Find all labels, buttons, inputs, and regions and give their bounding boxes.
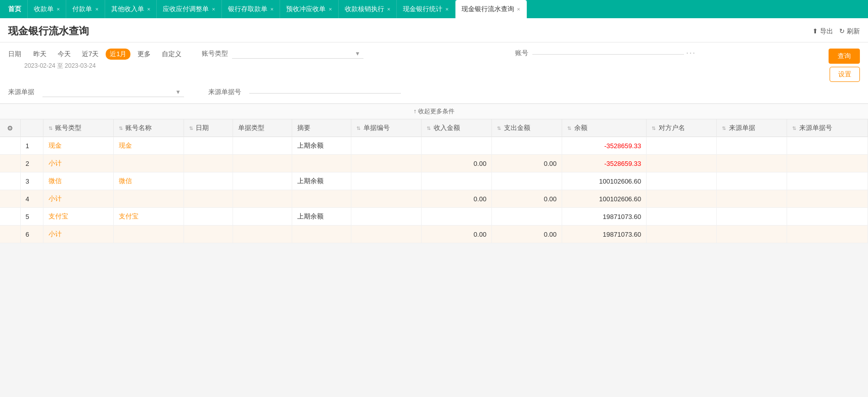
- row-expense-cell: [492, 137, 562, 155]
- row-income-cell: 0.00: [422, 190, 492, 208]
- row-source-doc-no-cell: [787, 172, 868, 190]
- row-source-doc-cell: [717, 172, 787, 190]
- balance-sort-icon: ⇅: [567, 125, 571, 131]
- summary-column-header: 摘要: [292, 119, 351, 137]
- source-doc-select[interactable]: ▾: [42, 87, 184, 97]
- row-gear-cell: [0, 208, 20, 226]
- close-payment-icon[interactable]: ×: [95, 6, 98, 12]
- row-num-cell: 5: [20, 208, 43, 226]
- expense-column-header[interactable]: ⇅ 支出金额: [492, 119, 562, 137]
- settings-button[interactable]: 设置: [830, 67, 860, 82]
- collapse-bar[interactable]: ↑ 收起更多条件: [0, 104, 868, 119]
- nav-tab-receipt[interactable]: 收款单 ×: [28, 0, 66, 18]
- close-cash-flow-icon[interactable]: ×: [517, 6, 520, 12]
- date-opt-1month[interactable]: 近1月: [106, 49, 130, 60]
- gear-icon[interactable]: ⚙: [7, 124, 13, 132]
- account-type-column-header[interactable]: ⇅ 账号类型: [43, 119, 113, 137]
- home-label: 首页: [8, 5, 21, 14]
- row-source-doc-no-cell: [787, 137, 868, 155]
- date-column-header[interactable]: ⇅ 日期: [184, 119, 233, 137]
- account-type-select[interactable]: ▾: [232, 49, 363, 59]
- income-column-header[interactable]: ⇅ 收入金额: [422, 119, 492, 137]
- date-opt-yesterday[interactable]: 昨天: [29, 49, 51, 60]
- row-date-cell: [184, 155, 233, 172]
- row-doc-type-cell: [233, 208, 292, 226]
- row-source-doc-cell: [717, 137, 787, 155]
- counterparty-column-header[interactable]: ⇅ 对方户名: [647, 119, 717, 137]
- doc-no-column-header[interactable]: ⇅ 单据编号: [351, 119, 422, 137]
- nav-tab-ar-adjust[interactable]: 应收应付调整单 ×: [157, 0, 221, 18]
- row-date-cell: [184, 172, 233, 190]
- query-button[interactable]: 查询: [829, 49, 860, 64]
- row-doc-type-cell: [233, 226, 292, 243]
- filter-area: 日期 昨天 今天 近7天 近1月 更多 自定义 2023-02-24 至 202…: [0, 42, 868, 104]
- close-cash-stat-icon[interactable]: ×: [445, 6, 448, 12]
- balance-column-header[interactable]: ⇅ 余额: [562, 119, 647, 137]
- table-row[interactable]: 1 现金 现金 上期余额 -3528659.33: [0, 137, 868, 155]
- row-account-name-cell: 微信: [113, 172, 184, 190]
- source-doc-no-column-header[interactable]: ⇅ 来源单据号: [787, 119, 868, 137]
- row-income-cell: 0.00: [422, 226, 492, 243]
- close-ar-adjust-icon[interactable]: ×: [212, 6, 215, 12]
- row-counterparty-cell: [647, 137, 717, 155]
- row-account-type-cell: 小计: [43, 155, 113, 172]
- refresh-label: 刷新: [847, 27, 860, 36]
- table-row[interactable]: 3 微信 微信 上期余额 100102606.60: [0, 172, 868, 190]
- date-opt-more[interactable]: 更多: [133, 49, 155, 60]
- row-source-doc-cell: [717, 226, 787, 243]
- nav-tab-payment[interactable]: 付款单 ×: [66, 0, 105, 18]
- refresh-button[interactable]: ↻ 刷新: [839, 27, 860, 36]
- close-other-income-icon[interactable]: ×: [147, 6, 150, 12]
- source-doc-no-sort-icon: ⇅: [792, 125, 796, 131]
- expense-sort-icon: ⇅: [497, 125, 501, 131]
- row-num-cell: 1: [20, 137, 43, 155]
- close-receipt-icon[interactable]: ×: [57, 6, 60, 12]
- row-gear-cell: [0, 190, 20, 208]
- source-doc-dropdown-icon: ▾: [176, 88, 180, 96]
- row-account-name-cell: [113, 155, 184, 172]
- table-container: ⚙ ⇅ 账号类型 ⇅ 账号名称 ⇅ 日期 单据类型: [0, 119, 868, 243]
- nav-tab-home[interactable]: 首页: [2, 0, 28, 18]
- date-opt-custom[interactable]: 自定义: [158, 49, 186, 60]
- export-button[interactable]: ⬆ 导出: [812, 27, 833, 36]
- source-doc-column-header[interactable]: ⇅ 来源单据: [717, 119, 787, 137]
- row-gear-cell: [0, 155, 20, 172]
- nav-tab-other-income[interactable]: 其他收入单 ×: [105, 0, 157, 18]
- row-gear-cell: [0, 226, 20, 243]
- account-type-dropdown-icon: ▾: [356, 50, 359, 57]
- nav-tab-collection-exec[interactable]: 收款核销执行 ×: [339, 0, 397, 18]
- income-sort-icon: ⇅: [427, 125, 431, 131]
- account-input[interactable]: [532, 52, 684, 55]
- row-account-type-cell: 现金: [43, 137, 113, 155]
- account-more-button[interactable]: ···: [686, 49, 696, 58]
- row-counterparty-cell: [647, 172, 717, 190]
- gear-column-header[interactable]: ⚙: [0, 119, 20, 137]
- date-opt-today[interactable]: 今天: [54, 49, 75, 60]
- table-row[interactable]: 6 小计 0.00 0.00 19871073.60: [0, 226, 868, 243]
- account-name-column-header[interactable]: ⇅ 账号名称: [113, 119, 184, 137]
- nav-tab-advance-offset[interactable]: 预收冲应收单 ×: [280, 0, 338, 18]
- source-doc-no-input[interactable]: [249, 91, 401, 94]
- close-bank-deposit-icon[interactable]: ×: [270, 6, 273, 12]
- date-opt-7days[interactable]: 近7天: [78, 49, 103, 60]
- close-collection-exec-icon[interactable]: ×: [387, 6, 390, 12]
- nav-tab-cash-stat[interactable]: 现金银行统计 ×: [397, 0, 455, 18]
- row-doc-type-cell: [233, 137, 292, 155]
- counterparty-sort-icon: ⇅: [652, 125, 656, 131]
- row-doc-type-cell: [233, 155, 292, 172]
- row-expense-cell: 0.00: [492, 155, 562, 172]
- table-row[interactable]: 2 小计 0.00 0.00 -3528659.33: [0, 155, 868, 172]
- advance-offset-label: 预收冲应收单: [286, 5, 326, 14]
- num-column-header: [20, 119, 43, 137]
- row-doc-no-cell: [351, 190, 422, 208]
- row-counterparty-cell: [647, 226, 717, 243]
- table-row[interactable]: 4 小计 0.00 0.00 100102606.60: [0, 190, 868, 208]
- nav-tab-bank-deposit[interactable]: 银行存取款单 ×: [222, 0, 280, 18]
- table-row[interactable]: 5 支付宝 支付宝 上期余额 19871073.60: [0, 208, 868, 226]
- date-sort-icon: ⇅: [189, 125, 193, 131]
- close-advance-offset-icon[interactable]: ×: [329, 6, 332, 12]
- date-filter-label: 日期: [8, 50, 21, 59]
- nav-tab-cash-flow[interactable]: 现金银行流水查询 ×: [455, 0, 527, 18]
- source-doc-label: 来源单据: [8, 87, 34, 97]
- row-doc-no-cell: [351, 172, 422, 190]
